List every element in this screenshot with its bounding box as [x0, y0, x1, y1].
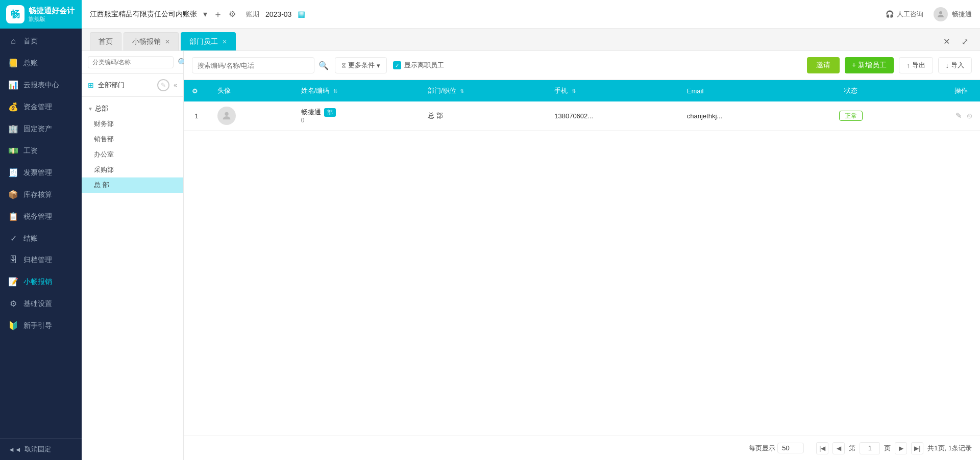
nav-item-inventory[interactable]: 📦 库存核算: [0, 184, 82, 206]
dept-node-finance[interactable]: 财务部: [82, 116, 183, 132]
tab-home[interactable]: 首页: [90, 32, 121, 50]
show-resigned-checkbox[interactable]: ✓ 显示离职员工: [393, 61, 444, 70]
page-di-label: 第: [849, 444, 855, 453]
tab-dept[interactable]: 部门员工 ✕: [181, 32, 236, 50]
logout-employee-button[interactable]: ⎋: [967, 111, 972, 120]
nav-item-close[interactable]: ✓ 结账: [0, 227, 82, 249]
nav-item-assets[interactable]: 🏢 固定资产: [0, 118, 82, 140]
nav-label-guide: 新手引导: [23, 321, 52, 330]
toolbar-right: 邀请 + 新增员工 ↑ 导出 ↓ 导入: [807, 57, 972, 73]
th-dept-label: 部门/职位: [428, 87, 456, 94]
employee-name: 畅捷通: [301, 108, 321, 117]
logo-text-block: 畅捷通好会计 旗舰版: [29, 6, 75, 23]
archive-icon: 🗄: [8, 255, 18, 265]
th-avatar-label: 头像: [217, 87, 231, 94]
dept-tree: ▼ 总部 财务部 销售部 办公室 采购部 总 部: [82, 97, 183, 460]
page-size-select[interactable]: 50 100 200: [777, 443, 804, 453]
next-page-button[interactable]: ▶: [895, 442, 907, 454]
nav-item-settings[interactable]: ⚙ 基础设置: [0, 293, 82, 315]
employee-code: 0: [301, 117, 411, 124]
th-phone[interactable]: 手机 ⇅: [546, 80, 679, 101]
settings-icon: ⚙: [8, 299, 18, 309]
dept-root-label: 总部: [95, 104, 108, 113]
dept-node-root[interactable]: ▼ 总部: [82, 101, 183, 116]
tabs-bar: 首页 小畅报销 ✕ 部门员工 ✕ ✕ ⤢: [82, 29, 980, 51]
tab-dept-close[interactable]: ✕: [222, 38, 227, 45]
nav-item-guide[interactable]: 🔰 新手引导: [0, 315, 82, 337]
support-button[interactable]: 🎧 人工咨询: [886, 10, 923, 19]
employee-avatar: [217, 107, 236, 125]
th-name[interactable]: 姓名/编码 ⇅: [293, 80, 420, 101]
last-page-button[interactable]: ▶|: [911, 442, 923, 454]
guide-icon: 🔰: [8, 321, 18, 330]
calendar-icon[interactable]: ▦: [298, 9, 305, 19]
tab-expense[interactable]: 小畅报销 ✕: [124, 32, 179, 50]
sort-name-icon: ⇅: [333, 88, 337, 94]
page-ye-label: 页: [884, 444, 891, 453]
app-sub: 旗舰版: [29, 15, 75, 23]
payroll-icon: 💵: [8, 146, 18, 156]
filter-icon: ⧖: [341, 61, 346, 69]
th-dept[interactable]: 部门/职位 ⇅: [420, 80, 546, 101]
unpin-button[interactable]: ◄◄ 取消固定: [0, 438, 82, 460]
dept-search-input[interactable]: [88, 56, 174, 68]
th-status-label: 状态: [844, 87, 857, 94]
dept-node-purchase[interactable]: 采购部: [82, 162, 183, 177]
nav-item-payroll[interactable]: 💵 工资: [0, 140, 82, 162]
expand-tab-button[interactable]: ⤢: [958, 34, 972, 48]
import-icon: ↓: [946, 62, 949, 69]
nav-item-reports[interactable]: 📊 云报表中心: [0, 74, 82, 96]
add-employee-button[interactable]: + 新增员工: [845, 57, 894, 73]
nav-item-home[interactable]: ⌂ 首页: [0, 31, 82, 52]
nav-label-ledger: 总账: [23, 59, 38, 68]
page-number-input[interactable]: [860, 442, 880, 454]
expense-icon: 📝: [8, 277, 18, 287]
nav-item-invoice[interactable]: 🧾 发票管理: [0, 162, 82, 184]
nav-item-expense[interactable]: 📝 小畅报销: [0, 271, 82, 293]
tab-expense-label: 小畅报销: [132, 37, 161, 46]
invite-button[interactable]: 邀请: [807, 57, 840, 73]
all-depts-label: 全部部门: [98, 81, 125, 90]
collapse-panel-button[interactable]: «: [174, 82, 177, 89]
nav-label-settings: 基础设置: [23, 299, 52, 309]
settings-gear-icon[interactable]: ⚙: [229, 9, 236, 19]
topbar-right: 🎧 人工咨询 畅捷通: [886, 7, 972, 21]
edit-employee-button[interactable]: ✎: [955, 111, 962, 120]
nav-label-expense: 小畅报销: [23, 277, 52, 287]
first-page-button[interactable]: |◀: [816, 442, 828, 454]
tax-icon: 📋: [8, 212, 18, 221]
reports-icon: 📊: [8, 80, 18, 90]
employee-search-input[interactable]: [192, 57, 314, 73]
tab-home-label: 首页: [99, 37, 113, 46]
company-dropdown-icon[interactable]: ▾: [203, 9, 207, 19]
dept-node-sales[interactable]: 销售部: [82, 132, 183, 147]
nav-menu: ⌂ 首页 📒 总账 📊 云报表中心 💰 资金管理 🏢 固定资产 💵 工资 🧾 发…: [0, 29, 82, 438]
dept-node-office[interactable]: 办公室: [82, 147, 183, 162]
employee-search-icon[interactable]: 🔍: [318, 61, 329, 70]
export-button[interactable]: ↑ 导出: [899, 57, 933, 73]
nav-label-close: 结账: [23, 234, 38, 243]
dept-edit-button[interactable]: ✎: [157, 79, 169, 91]
dept-node-general[interactable]: 总 部: [82, 177, 183, 193]
tab-expense-close[interactable]: ✕: [165, 38, 170, 45]
th-settings[interactable]: ⚙: [184, 80, 209, 101]
name-badge-container: 畅捷通 部: [301, 108, 336, 117]
nav-label-payroll: 工资: [23, 146, 38, 156]
more-filter-button[interactable]: ⧖ 更多条件 ▾: [335, 57, 387, 73]
nav-label-invoice: 发票管理: [23, 168, 52, 177]
all-depts-header[interactable]: ⊞ 全部部门 ✎ «: [82, 74, 183, 97]
nav-item-ledger[interactable]: 📒 总账: [0, 52, 82, 74]
prev-page-button[interactable]: ◀: [832, 442, 845, 454]
nav-item-capital[interactable]: 💰 资金管理: [0, 96, 82, 118]
nav-item-tax[interactable]: 📋 税务管理: [0, 206, 82, 227]
company-name: 江西服宝精品有限责任公司内账张: [90, 10, 197, 19]
nav-label-home: 首页: [23, 37, 38, 46]
expand-icon: ▼: [88, 106, 93, 112]
import-button[interactable]: ↓ 导入: [938, 57, 972, 73]
add-company-button[interactable]: ＋: [213, 8, 223, 20]
capital-icon: 💰: [8, 102, 18, 112]
nav-label-archive: 归档管理: [23, 255, 52, 265]
close-tab-button[interactable]: ✕: [939, 34, 953, 48]
user-menu[interactable]: 畅捷通: [934, 7, 972, 21]
nav-item-archive[interactable]: 🗄 归档管理: [0, 249, 82, 271]
